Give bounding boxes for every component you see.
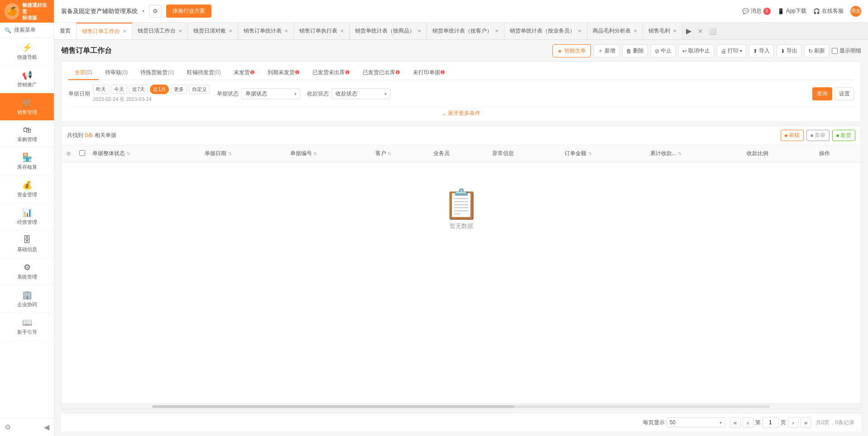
cancel-audit-button[interactable]: 弃审 <box>806 130 830 141</box>
tab-cash-reconcile-close[interactable]: ✕ <box>229 28 232 33</box>
delete-button[interactable]: 🗑 删除 <box>622 44 648 57</box>
tab-sales-stat-staff-close[interactable]: ✕ <box>578 28 581 33</box>
payment-select[interactable]: 收款状态 <box>331 88 390 99</box>
settings-bottom-icon[interactable]: ⚙ <box>5 423 11 431</box>
warehouse-icon: 🏪 <box>22 152 32 162</box>
tab-sales-order-exec[interactable]: 销售订单执行表 ✕ <box>294 23 350 40</box>
date-btn-1month[interactable]: 近1月 <box>150 85 169 94</box>
tab-sales-stat-product[interactable]: 销货单统计表（按商品） ✕ <box>350 23 427 40</box>
sub-tab-shipped-out[interactable]: 已发货已出库❶ <box>356 66 407 80</box>
sort-received[interactable]: ⇅ <box>678 151 681 156</box>
industry-btn[interactable]: 体验行业方案 <box>166 5 211 18</box>
tab-sales-stat-product-close[interactable]: ✕ <box>417 28 421 33</box>
page-size-dropdown[interactable]: 50 10 20 100 <box>667 417 725 427</box>
tab-sales-order-stat-close[interactable]: ✕ <box>284 28 288 33</box>
collapse-icon[interactable]: ◀ <box>44 423 49 431</box>
tab-more-button[interactable]: ▶ <box>682 23 695 40</box>
last-page-button[interactable]: » <box>801 417 811 428</box>
next-page-button[interactable]: › <box>788 417 799 428</box>
sidebar-item-inventory[interactable]: 🏪 库存核算 <box>0 148 54 175</box>
export-button[interactable]: ⬇ 导出 <box>777 44 801 57</box>
prev-page-button[interactable]: ‹ <box>743 417 753 428</box>
audit-dot <box>785 134 787 137</box>
sort-number[interactable]: ⇅ <box>313 151 317 156</box>
tab-sales-gross-close[interactable]: ✕ <box>673 28 676 33</box>
print-dropdown-icon[interactable]: ▾ <box>740 48 742 53</box>
sidebar-search[interactable]: 🔍 搜索菜单 <box>0 23 54 38</box>
query-button[interactable]: 查询 <box>812 87 832 100</box>
scroll-thumb[interactable] <box>152 405 514 408</box>
smart-create-button[interactable]: ★ 智能生单 <box>552 44 591 57</box>
tab-expand-button[interactable]: ⬜ <box>706 23 719 40</box>
date-btn-more[interactable]: 更多 <box>171 85 187 94</box>
online-service-item[interactable]: 🎧 在线客服 <box>813 7 844 15</box>
status-select[interactable]: 单据状态 <box>241 88 300 99</box>
sidebar-item-sales[interactable]: 🛒 销售管理 <box>0 93 54 121</box>
tab-cash-reconcile[interactable]: 钱货日清对账 ✕ <box>188 23 238 40</box>
sort-amount[interactable]: ⇅ <box>588 151 592 156</box>
app-download-item[interactable]: 📱 App下载 <box>777 7 806 15</box>
col-settings[interactable]: ⚙ <box>62 145 75 162</box>
sidebar-item-operation[interactable]: 📊 经营管理 <box>0 203 54 231</box>
sub-tab-pending-audit[interactable]: 待审核(0) <box>99 66 134 80</box>
tab-close-all-button[interactable]: ✕ <box>695 23 706 40</box>
date-btn-today[interactable]: 今天 <box>111 85 127 94</box>
stop-button[interactable]: ⊘ 中止 <box>651 44 676 57</box>
sidebar-item-marketing[interactable]: 📢 营销推广 <box>0 66 54 93</box>
sub-tab-all[interactable]: 全部(0) <box>68 66 99 80</box>
date-btn-yesterday[interactable]: 昨天 <box>93 85 109 94</box>
sidebar-item-purchase[interactable]: 🛍 采购管理 <box>0 121 54 148</box>
tab-sales-stat-staff[interactable]: 销货单统计表（按业务员） ✕ <box>504 23 587 40</box>
select-all-checkbox[interactable] <box>79 150 85 156</box>
first-page-button[interactable]: « <box>730 417 741 428</box>
audit-button[interactable]: 审核 <box>781 130 804 141</box>
import-button[interactable]: ⬆ 导入 <box>749 44 774 57</box>
tab-cash-daily-close[interactable]: ✕ <box>178 28 182 33</box>
sort-customer[interactable]: ⇅ <box>388 151 391 156</box>
sidebar-item-enterprise[interactable]: 🏢 企业协同 <box>0 285 54 313</box>
ship-button[interactable]: 发货 <box>832 130 855 141</box>
tab-sales-gross[interactable]: 销售毛利 ✕ <box>643 23 682 40</box>
sub-tab-pending-inspect[interactable]: 待拣货验货(0) <box>134 66 181 80</box>
sidebar-item-quick-nav[interactable]: ⚡ 快捷导航 <box>0 38 54 66</box>
refresh-button[interactable]: ↻ 刷新 <box>804 44 829 57</box>
sidebar-item-guide[interactable]: 📖 新手引导 <box>0 313 54 341</box>
date-btn-7days[interactable]: 近7天 <box>129 85 148 94</box>
print-button[interactable]: 🖨 打印 ▾ <box>717 44 746 57</box>
tab-home[interactable]: 首页 <box>54 23 77 40</box>
date-btn-custom[interactable]: 自定义 <box>189 85 210 94</box>
filter-settings-button[interactable]: 设置 <box>835 87 854 100</box>
show-detail-checkbox[interactable] <box>832 48 838 54</box>
tab-gross-profit-close[interactable]: ✕ <box>633 28 637 33</box>
tab-sales-order-stat[interactable]: 销售订单统计表 ✕ <box>238 23 294 40</box>
settings-gear-button[interactable]: ⚙ <box>149 5 162 18</box>
add-button[interactable]: ＋ 新增 <box>594 44 619 57</box>
sort-date[interactable]: ⇅ <box>228 151 232 156</box>
tab-sales-order-work[interactable]: 销售订单工作台 ✕ <box>77 23 132 40</box>
sub-tab-overdue-not-shipped[interactable]: 到期未发货❶ <box>261 66 306 80</box>
show-detail-label[interactable]: 显示明细 <box>832 47 861 55</box>
tab-sales-stat-customer-close[interactable]: ✕ <box>495 28 499 33</box>
tab-sales-order-exec-close[interactable]: ✕ <box>340 28 344 33</box>
sidebar-item-system[interactable]: ⚙ 系统管理 <box>0 258 54 285</box>
sub-tab-not-printed[interactable]: 未打印单据❶ <box>407 66 451 80</box>
tab-sales-stat-customer[interactable]: 销货单统计表（按客户） ✕ <box>427 23 504 40</box>
sub-tab-not-shipped[interactable]: 未发货❶ <box>227 66 261 80</box>
system-dropdown-icon[interactable]: ▾ <box>142 9 144 14</box>
cancel-stop-button[interactable]: ↩ 取消中止 <box>678 44 714 57</box>
sub-tab-shipped-not-out[interactable]: 已发货未出库❶ <box>306 66 356 80</box>
tab-cash-daily[interactable]: 钱货日清工作台 ✕ <box>132 23 188 40</box>
expand-more-button[interactable]: ⌄ 展开更多条件 <box>442 109 480 117</box>
sub-tab-wangpu[interactable]: 旺铺待发货(0) <box>181 66 227 80</box>
tab-sales-order-work-close[interactable]: ✕ <box>123 29 126 34</box>
page-number-input[interactable] <box>762 417 779 428</box>
message-item[interactable]: 💬 消息 6 <box>742 7 771 15</box>
sidebar-item-finance[interactable]: 💰 资金管理 <box>0 175 54 203</box>
table-action-buttons: 审核 弃审 发货 <box>781 130 855 141</box>
tab-gross-profit[interactable]: 商品毛利分析表 ✕ <box>587 23 643 40</box>
sidebar-item-basic[interactable]: 🗄 基础信息 <box>0 231 54 258</box>
user-item[interactable]: 用友 <box>850 6 861 17</box>
horizontal-scrollbar[interactable] <box>62 403 861 409</box>
date-range-display: 2023-02-24 至 2023-03-24 <box>93 96 210 103</box>
sort-status[interactable]: ⇅ <box>126 151 130 156</box>
